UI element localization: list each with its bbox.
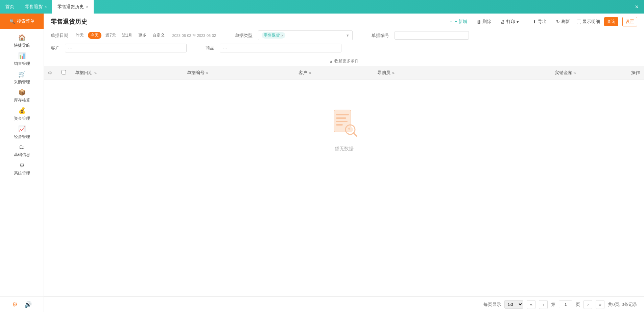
th-amount: 实销金额 ⇅ bbox=[469, 66, 580, 80]
new-button[interactable]: ＋ + 新增 bbox=[446, 17, 470, 26]
date-today[interactable]: 今天 bbox=[88, 32, 101, 39]
show-detail-checkbox[interactable] bbox=[577, 20, 581, 24]
goods-dots: ··· bbox=[223, 45, 227, 51]
refresh-button[interactable]: ↻ 刷新 bbox=[553, 17, 573, 26]
goods-input[interactable]: ··· bbox=[220, 44, 341, 52]
date-more[interactable]: 更多 bbox=[136, 32, 148, 39]
data-table: ⚙ 单据日期 ⇅ 单据编号 ⇅ bbox=[44, 66, 644, 172]
finance-icon: 💰 bbox=[18, 107, 26, 114]
empty-cell: 暂无数据 bbox=[44, 80, 644, 173]
delete-icon: 🗑 bbox=[477, 19, 481, 24]
date-range-text: 2023-06-02 至 2023-06-02 bbox=[172, 33, 216, 38]
th-date: 单据日期 ⇅ bbox=[71, 66, 183, 80]
show-detail-toggle[interactable]: 显示明细 bbox=[577, 19, 600, 25]
pagination-bar: 每页显示 20 50 100 « ‹ 第 1 页 › » 共0页, 0条记录 bbox=[44, 296, 644, 312]
audio-bottom-icon[interactable]: 🔊 bbox=[24, 301, 32, 308]
voucher-no-input[interactable] bbox=[395, 31, 469, 40]
plus-icon: ＋ bbox=[449, 19, 453, 25]
sidebar-item-basic-info[interactable]: 🗂 基础信息 bbox=[0, 141, 44, 160]
svg-point-8 bbox=[348, 128, 350, 130]
date-custom[interactable]: 自定义 bbox=[150, 32, 167, 39]
print-button[interactable]: 🖨 打印 ▾ bbox=[498, 17, 522, 26]
last-page-button[interactable]: » bbox=[596, 300, 604, 309]
voucher-type-select[interactable]: 零售退货 × ▾ bbox=[258, 30, 353, 40]
svg-point-6 bbox=[348, 127, 353, 132]
amount-sort-icon[interactable]: ⇅ bbox=[573, 71, 576, 75]
top-bar: 首页 零售退货 × 零售退货历史 × × bbox=[0, 0, 644, 14]
voucher-type-label: 单据类型 bbox=[235, 32, 253, 39]
tabs-container: 首页 零售退货 × 零售退货历史 × bbox=[0, 0, 635, 14]
svg-rect-2 bbox=[336, 117, 346, 119]
toolbar-divider bbox=[526, 18, 526, 25]
prev-page-button[interactable]: ‹ bbox=[539, 300, 548, 309]
quick-nav-icon: 🏠 bbox=[18, 34, 26, 41]
operations-icon: 📈 bbox=[18, 125, 26, 133]
system-icon: ⚙ bbox=[19, 162, 25, 169]
empty-state: 暂无数据 bbox=[44, 80, 644, 172]
main-layout: 🔍 搜索菜单 🏠 快捷导航 📊 销售管理 🛒 采购管理 📦 库存核算 💰 bbox=[0, 14, 644, 312]
sidebar-item-system[interactable]: ⚙ 系统管理 bbox=[0, 160, 44, 178]
sidebar: 🔍 搜索菜单 🏠 快捷导航 📊 销售管理 🛒 采购管理 📦 库存核算 💰 bbox=[0, 14, 44, 312]
per-page-label: 每页显示 bbox=[483, 302, 501, 308]
sidebar-item-inventory[interactable]: 📦 库存核算 bbox=[0, 87, 44, 105]
th-action: 操作 bbox=[580, 66, 644, 80]
delete-button[interactable]: 🗑 删除 bbox=[474, 17, 494, 26]
sidebar-bottom: ⚙ 🔊 bbox=[0, 296, 44, 312]
empty-state-illustration bbox=[327, 107, 361, 140]
th-customer: 客户 ⇅ bbox=[294, 66, 373, 80]
customer-sort-icon[interactable]: ⇅ bbox=[309, 71, 311, 75]
toolbar: ＋ + 新增 🗑 删除 🖨 打印 ▾ ⬆ 导出 bbox=[446, 17, 637, 26]
next-page-button[interactable]: › bbox=[583, 300, 592, 309]
customer-dots: ··· bbox=[68, 45, 72, 51]
refresh-icon: ↻ bbox=[556, 19, 560, 24]
per-page-select[interactable]: 20 50 100 bbox=[504, 300, 523, 309]
sidebar-nav: 🏠 快捷导航 📊 销售管理 🛒 采购管理 📦 库存核算 💰 资金管理 📈 bbox=[0, 29, 44, 296]
date-filter-group: 昨天 今天 近7天 近1月 更多 自定义 bbox=[74, 32, 167, 39]
settings-button[interactable]: 设置 bbox=[622, 17, 637, 26]
th-settings: ⚙ bbox=[44, 66, 57, 80]
customer-label: 客户 bbox=[51, 45, 59, 51]
search-menu-button[interactable]: 🔍 搜索菜单 bbox=[0, 14, 44, 29]
filter-area: 单据日期 昨天 今天 近7天 近1月 更多 自定义 2023-06-02 至 2… bbox=[51, 30, 637, 66]
settings-bottom-icon[interactable]: ⚙ bbox=[12, 301, 18, 308]
th-guide: 导购员 ⇅ bbox=[373, 66, 469, 80]
tab-retail-return-close[interactable]: × bbox=[45, 5, 47, 9]
tab-home[interactable]: 首页 bbox=[0, 0, 20, 14]
svg-rect-4 bbox=[336, 124, 343, 126]
tab-retail-return[interactable]: 零售退货 × bbox=[20, 0, 52, 14]
date-sort-icon[interactable]: ⇅ bbox=[94, 71, 97, 75]
date-yesterday[interactable]: 昨天 bbox=[74, 32, 86, 39]
page-number-input[interactable]: 1 bbox=[559, 300, 572, 308]
sidebar-item-operations[interactable]: 📈 经营管理 bbox=[0, 123, 44, 141]
voucher-type-remove[interactable]: × bbox=[281, 34, 283, 38]
sidebar-item-sales[interactable]: 📊 销售管理 bbox=[0, 50, 44, 68]
select-all-checkbox[interactable] bbox=[62, 70, 66, 74]
window-close-button[interactable]: × bbox=[635, 4, 639, 10]
sidebar-item-finance[interactable]: 💰 资金管理 bbox=[0, 105, 44, 123]
column-settings-icon[interactable]: ⚙ bbox=[48, 70, 52, 75]
guide-sort-icon[interactable]: ⇅ bbox=[392, 71, 395, 75]
query-button[interactable]: 查询 bbox=[604, 17, 618, 26]
collapse-more-button[interactable]: ▲ 收起更多条件 bbox=[51, 56, 637, 66]
tab-retail-return-history[interactable]: 零售退货历史 × bbox=[52, 0, 93, 14]
page-label: 第 bbox=[551, 302, 555, 308]
page-title: 零售退货历史 bbox=[51, 18, 87, 26]
print-icon: 🖨 bbox=[501, 19, 505, 24]
svg-rect-1 bbox=[336, 114, 349, 115]
empty-text: 暂无数据 bbox=[335, 146, 354, 152]
date-1month[interactable]: 近1月 bbox=[120, 32, 135, 39]
sidebar-item-purchase[interactable]: 🛒 采购管理 bbox=[0, 68, 44, 87]
export-button[interactable]: ⬆ 导出 bbox=[530, 17, 549, 26]
date-7days[interactable]: 近7天 bbox=[103, 32, 118, 39]
purchase-icon: 🛒 bbox=[18, 70, 26, 78]
svg-line-7 bbox=[354, 133, 357, 136]
first-page-button[interactable]: « bbox=[527, 300, 535, 309]
collapse-up-icon: ▲ bbox=[329, 59, 333, 64]
no-sort-icon[interactable]: ⇅ bbox=[206, 71, 208, 75]
th-checkbox bbox=[57, 66, 71, 80]
sidebar-item-quick-nav[interactable]: 🏠 快捷导航 bbox=[0, 32, 44, 50]
tab-retail-return-history-close[interactable]: × bbox=[86, 5, 88, 9]
search-icon: 🔍 bbox=[9, 19, 15, 24]
total-records: 共0页, 0条记录 bbox=[608, 302, 637, 308]
customer-input[interactable]: ··· bbox=[65, 44, 187, 52]
